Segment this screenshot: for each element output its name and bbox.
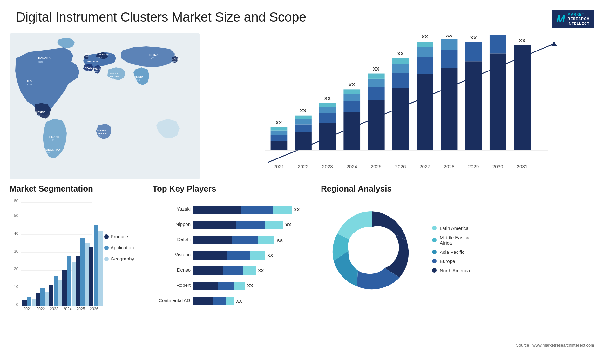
svg-rect-128 [89,247,93,306]
svg-rect-166 [234,282,245,290]
svg-text:2025: 2025 [77,307,85,311]
svg-text:Denso: Denso [177,267,191,273]
svg-text:JAPAN: JAPAN [172,57,181,60]
svg-text:Delphi: Delphi [177,237,191,242]
svg-text:0: 0 [16,302,18,307]
svg-rect-90 [514,45,531,150]
svg-rect-149 [193,236,232,244]
svg-text:SPAIN: SPAIN [85,67,92,70]
svg-rect-78 [441,50,458,68]
svg-rect-60 [368,87,385,100]
svg-rect-146 [265,221,283,229]
svg-text:SAUDI: SAUDI [110,72,118,75]
source-text: Source : www.marketresearchintellect.com [516,343,594,347]
svg-rect-118 [58,280,63,306]
svg-text:CANADA: CANADA [38,57,51,60]
svg-rect-54 [343,101,360,112]
svg-text:Application: Application [111,245,134,250]
legend-label-mea: Middle East &Africa [440,235,469,246]
svg-point-134 [104,246,109,250]
players-section: Top Key Players Yazaki XX Nippon XX Delp… [152,184,311,346]
svg-rect-117 [54,276,58,306]
svg-text:XX: XX [236,299,242,304]
svg-rect-126 [85,243,90,306]
svg-rect-122 [72,262,76,306]
svg-text:GERMANY: GERMANY [98,53,111,56]
legend-dot-na [432,268,437,273]
svg-rect-110 [32,299,36,306]
svg-rect-66 [392,73,409,88]
svg-rect-161 [243,266,256,275]
svg-text:XX: XX [277,238,283,243]
svg-rect-125 [80,238,85,306]
map-section: CANADA xx% U.S. xx% MEXICO xx% BRAZIL xx… [10,31,200,181]
svg-rect-140 [241,206,273,214]
svg-rect-159 [193,266,223,275]
legend-label-na: North America [440,268,470,273]
svg-rect-71 [417,74,433,150]
svg-text:xx%: xx% [85,56,89,58]
svg-rect-113 [40,288,45,306]
svg-text:xx%: xx% [46,152,50,154]
svg-rect-145 [236,221,265,229]
logo-box: M MARKET RESEARCH INTELLECT [552,10,594,28]
svg-marker-34 [551,41,557,46]
world-map-svg: CANADA xx% U.S. xx% MEXICO xx% BRAZIL xx… [10,31,200,181]
svg-rect-48 [319,113,336,123]
page-title: Digital Instrument Clusters Market Size … [16,10,306,25]
svg-rect-77 [441,68,458,150]
svg-rect-74 [417,42,433,47]
svg-text:xx%: xx% [94,71,98,73]
svg-text:BRAZIL: BRAZIL [49,135,60,138]
svg-text:MEXICO: MEXICO [36,111,46,114]
svg-rect-108 [22,300,27,306]
svg-rect-169 [193,297,213,305]
legend-dot-mea [432,238,437,242]
regional-title: Regional Analysis [321,184,600,194]
svg-rect-87 [490,35,506,53]
svg-text:XX: XX [446,35,452,37]
players-title: Top Key Players [152,184,311,194]
donut-area: Latin America Middle East &Africa Asia P… [321,199,600,300]
svg-rect-116 [49,285,53,306]
svg-rect-129 [94,225,98,306]
svg-rect-151 [258,236,274,244]
svg-rect-165 [218,282,234,290]
logo-intellect: INTELLECT [567,21,590,26]
svg-rect-121 [67,256,71,306]
svg-text:40: 40 [14,231,18,236]
svg-text:Nippon: Nippon [175,221,191,227]
logo-text: MARKET RESEARCH INTELLECT [567,12,590,26]
svg-rect-68 [392,58,409,64]
donut-chart [321,199,423,300]
svg-rect-156 [250,251,265,260]
legend-area: Latin America Middle East &Africa Asia P… [432,226,470,273]
segmentation-section: Market Segmentation 0 10 20 30 40 50 60 … [10,184,143,346]
legend-label-apac: Asia Pacific [440,249,464,255]
svg-text:XX: XX [267,253,273,258]
svg-rect-43 [295,119,312,124]
svg-text:Geography: Geography [111,256,134,261]
svg-text:xx%: xx% [38,60,43,63]
logo-research: RESEARCH [567,17,590,21]
svg-text:XX: XX [470,35,477,40]
svg-text:SOUTH: SOUTH [97,129,106,132]
svg-text:Visteon: Visteon [175,252,191,257]
players-chart: Yazaki XX Nippon XX Delphi XX Visteon XX [152,199,305,319]
svg-rect-79 [441,39,458,50]
svg-text:20: 20 [14,266,18,271]
svg-text:U.K.: U.K. [85,52,90,55]
legend-dot-apac [432,250,437,254]
svg-text:xx%: xx% [149,57,154,60]
logo-market: MARKET [567,12,590,17]
svg-rect-36 [271,135,288,141]
svg-rect-124 [76,256,80,306]
svg-text:2024: 2024 [63,307,72,311]
logo-text-block: MARKET RESEARCH INTELLECT [567,12,590,26]
svg-text:Products: Products [111,234,129,239]
svg-text:XX: XX [373,66,380,71]
header: Digital Instrument Clusters Market Size … [0,0,610,31]
legend-label-latin: Latin America [440,226,469,231]
svg-rect-44 [295,116,312,119]
svg-text:Yazaki: Yazaki [177,206,191,212]
